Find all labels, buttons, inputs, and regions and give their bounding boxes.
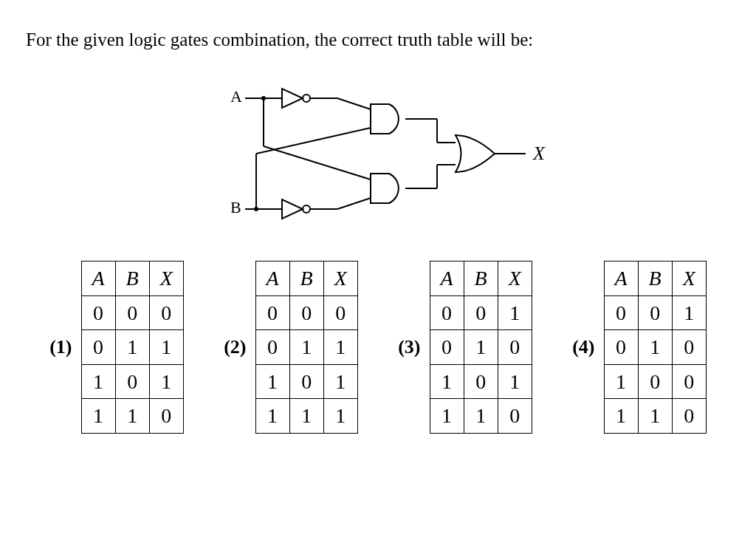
table-cell: 1: [115, 330, 149, 365]
table-cell: 0: [289, 364, 323, 399]
table-cell: 0: [672, 364, 706, 399]
t1-h-b: B: [115, 262, 149, 296]
option-3: (3) A B X 001 010 101 110: [398, 261, 532, 434]
svg-line-8: [337, 98, 371, 109]
option-4: (4) A B X 001 010 100 110: [572, 261, 707, 434]
t2-h-a: A: [255, 262, 289, 296]
truth-table-3: A B X 001 010 101 110: [430, 261, 532, 434]
option-4-label: (4): [572, 336, 594, 358]
t1-h-a: A: [81, 262, 115, 296]
t4-h-a: A: [604, 262, 638, 296]
t4-h-x: X: [672, 262, 706, 296]
t2-h-b: B: [289, 262, 323, 296]
table-cell: 1: [149, 364, 183, 399]
table-cell: 1: [255, 364, 289, 399]
option-1: (1) A B X 000 011 101 110: [49, 261, 184, 434]
table-cell: 1: [323, 399, 357, 434]
table-cell: 1: [604, 399, 638, 434]
option-3-label: (3): [398, 336, 420, 358]
option-2-label: (2): [224, 336, 246, 358]
input-b-label: B: [230, 198, 241, 216]
table-cell: 1: [498, 295, 532, 330]
table-cell: 0: [115, 364, 149, 399]
table-cell: 0: [604, 330, 638, 365]
table-cell: 1: [638, 330, 672, 365]
table-cell: 0: [464, 295, 498, 330]
table-cell: 1: [81, 364, 115, 399]
table-cell: 1: [255, 399, 289, 434]
table-cell: 0: [430, 295, 464, 330]
option-2: (2) A B X 000 011 101 111: [224, 261, 358, 434]
svg-point-10: [254, 207, 258, 211]
table-cell: 0: [255, 330, 289, 365]
table-cell: 0: [81, 295, 115, 330]
table-cell: 1: [430, 399, 464, 434]
table-cell: 1: [115, 399, 149, 434]
question-text: For the given logic gates combination, t…: [26, 30, 734, 50]
table-cell: 0: [149, 295, 183, 330]
table-cell: 1: [672, 295, 706, 330]
table-cell: 1: [638, 399, 672, 434]
options-row: (1) A B X 000 011 101 110 (2) A B X 000 …: [22, 261, 734, 434]
svg-line-15: [337, 198, 371, 209]
t1-h-x: X: [149, 262, 183, 296]
logic-circuit-svg: A B: [208, 72, 548, 235]
table-cell: 0: [464, 364, 498, 399]
svg-line-14: [264, 146, 371, 180]
truth-table-4: A B X 001 010 100 110: [604, 261, 707, 434]
table-cell: 1: [323, 364, 357, 399]
table-cell: 0: [323, 295, 357, 330]
svg-point-13: [261, 96, 266, 100]
table-cell: 0: [115, 295, 149, 330]
circuit-diagram: A B: [22, 72, 734, 235]
table-cell: 0: [604, 295, 638, 330]
table-cell: 1: [323, 330, 357, 365]
table-cell: 0: [672, 330, 706, 365]
table-cell: 0: [638, 364, 672, 399]
table-cell: 0: [289, 295, 323, 330]
table-cell: 0: [149, 399, 183, 434]
table-cell: 1: [81, 399, 115, 434]
option-1-label: (1): [49, 336, 72, 358]
table-cell: 1: [289, 399, 323, 434]
table-cell: 1: [604, 364, 638, 399]
truth-table-2: A B X 000 011 101 111: [255, 261, 358, 434]
table-cell: 1: [464, 330, 498, 365]
svg-marker-1: [282, 89, 303, 108]
svg-marker-5: [282, 199, 303, 219]
input-a-label: A: [230, 87, 242, 106]
table-cell: 0: [498, 399, 532, 434]
table-cell: 1: [430, 364, 464, 399]
t4-h-b: B: [638, 262, 672, 296]
t3-h-a: A: [430, 262, 464, 296]
t3-h-b: B: [464, 262, 498, 296]
table-cell: 1: [149, 330, 183, 365]
table-cell: 0: [672, 399, 706, 434]
truth-table-1: A B X 000 011 101 110: [81, 261, 184, 434]
table-cell: 0: [255, 295, 289, 330]
t3-h-x: X: [498, 262, 532, 296]
table-cell: 0: [498, 330, 532, 365]
table-cell: 1: [289, 330, 323, 365]
table-cell: 1: [464, 399, 498, 434]
output-x-label: X: [532, 143, 546, 164]
table-cell: 0: [638, 295, 672, 330]
table-cell: 1: [498, 364, 532, 399]
table-cell: 0: [430, 330, 464, 365]
t2-h-x: X: [323, 262, 357, 296]
table-cell: 0: [81, 330, 115, 365]
